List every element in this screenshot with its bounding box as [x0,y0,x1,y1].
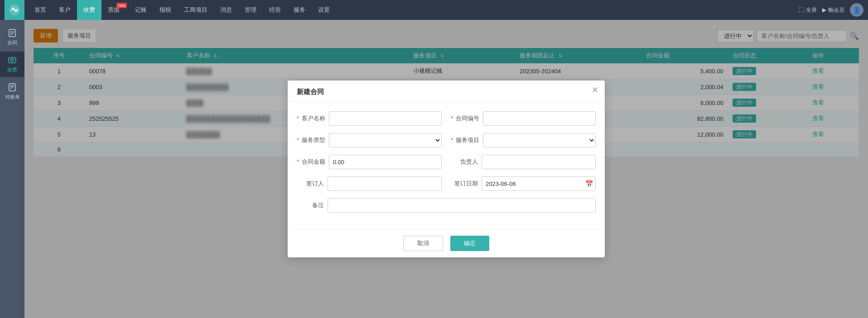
select-service-type[interactable] [329,133,442,147]
sidebar-item-statement[interactable]: 对账单 [0,79,24,104]
label-contract-amount: * 合同金额 [297,158,325,166]
app-logo[interactable] [5,0,24,20]
form-row-5: 备注 [297,198,596,213]
label-service-type: * 服务类型 [297,136,325,144]
nav-service[interactable]: 服务 [287,0,312,20]
modal-header: 新建合同 [288,81,605,102]
sidebar-item-contract[interactable]: 合同 [0,24,24,50]
field-contract-no: * 合同编号 [451,111,596,126]
label-sign-date: 签订日期 [451,180,478,188]
select-service-item[interactable] [483,133,596,147]
nav-operation[interactable]: 经营 [263,0,287,20]
main-content: 新增 服务项目 进行中 已完成 全部 🔍 序号 合同编号 [24,20,868,318]
vip-button[interactable]: ▶ 畅会员 [822,6,844,14]
sidebar-item-fee[interactable]: 收费 [0,52,24,77]
calendar-icon[interactable]: 📅 [585,180,593,187]
nav-manage[interactable]: 管理 [238,0,263,20]
field-service-item: * 服务项目 [451,133,596,147]
field-sign-date: 签订日期 📅 [451,176,596,191]
label-client-name: * 客户名称 [297,114,325,123]
contract-icon [8,28,17,38]
form-row-2: * 服务类型 * 服务项目 [297,133,596,147]
sign-date-wrapper: 📅 [482,176,596,191]
field-signer: 签订人 [297,176,442,191]
nav-home[interactable]: 首页 [28,0,53,20]
nav-fee[interactable]: 收费 [77,0,101,20]
play-icon: ▶ [822,7,826,13]
input-responsible[interactable] [482,155,596,169]
nav-invoice[interactable]: 票据 new [101,0,129,20]
confirm-button[interactable]: 确定 [450,236,489,251]
input-remarks[interactable] [328,198,596,213]
label-remarks: 备注 [297,201,324,209]
new-badge: new [116,3,127,8]
input-sign-date[interactable] [482,176,596,191]
fullscreen-button[interactable]: ⛶ 全屏 [799,6,817,14]
input-contract-no[interactable] [483,111,596,126]
svg-rect-5 [9,57,16,63]
nav-message[interactable]: 消息 [214,0,238,20]
fee-icon [8,56,17,65]
form-row-1: * 客户名称 * 合同编号 [297,111,596,126]
modal-overlay: 新建合同 ✕ * 客户名称 [24,20,868,318]
nav-right-area: ⛶ 全屏 ▶ 畅会员 👤 [799,3,863,17]
input-contract-amount[interactable] [329,155,442,169]
modal-footer: 取消 确定 [288,229,605,257]
svg-rect-8 [9,84,15,91]
field-remarks: 备注 [297,198,596,213]
nav-tax[interactable]: 报税 [153,0,178,20]
nav-settings[interactable]: 设置 [312,0,336,20]
modal-close-button[interactable]: ✕ [592,86,598,94]
nav-bookkeeping[interactable]: 记账 [129,0,153,20]
form-row-4: 签订人 签订日期 📅 [297,176,596,191]
input-signer[interactable] [328,176,442,191]
field-service-type: * 服务类型 [297,133,442,147]
cancel-button[interactable]: 取消 [403,236,443,251]
label-responsible: 负责人 [451,158,478,166]
user-avatar[interactable]: 👤 [850,3,863,17]
label-signer: 签订人 [297,180,324,188]
nav-business[interactable]: 工商项目 [178,0,214,20]
input-client-name[interactable] [329,111,442,126]
app-body: 合同 收费 对账单 新增 服务项目 [0,20,868,318]
statement-icon [8,83,17,92]
sidebar: 合同 收费 对账单 [0,20,24,318]
field-responsible: 负责人 [451,155,596,169]
top-navigation: 首页 客户 收费 票据 new 记账 报税 工商项目 消息 管理 经营 服务 设… [0,0,868,20]
field-client-name: * 客户名称 [297,111,442,126]
label-service-item: * 服务项目 [451,136,479,144]
label-contract-no: * 合同编号 [451,114,479,123]
nav-client[interactable]: 客户 [53,0,77,20]
fullscreen-icon: ⛶ [799,7,804,13]
form-row-3: * 合同金额 负责人 [297,155,596,169]
new-contract-modal: 新建合同 ✕ * 客户名称 [288,81,605,257]
field-contract-amount: * 合同金额 [297,155,442,169]
modal-body: * 客户名称 * 合同编号 [288,102,605,229]
